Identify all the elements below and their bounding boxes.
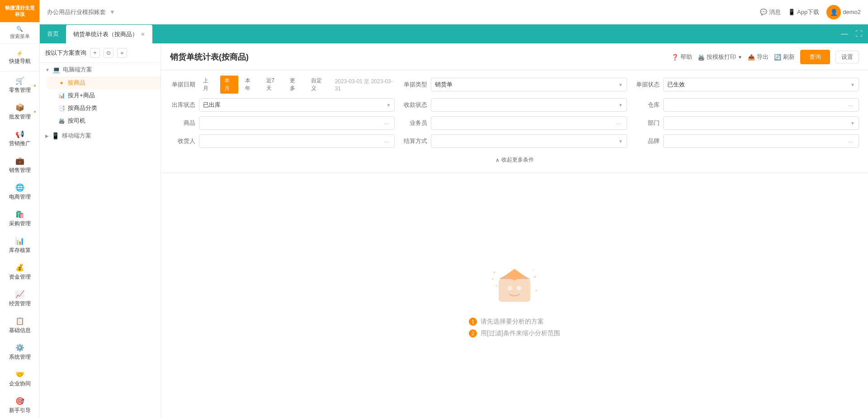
doc-type-select[interactable]: 销货单 ▼	[431, 78, 627, 91]
add-scheme-btn[interactable]: +	[90, 48, 100, 58]
tree-node-pc[interactable]: ▼ 💻 电脑端方案	[40, 63, 160, 76]
sidebar-label-ecom: 电商管理	[9, 193, 31, 201]
logo-text: 畅捷通好生意 标版	[5, 5, 35, 18]
date-btn-this-year[interactable]: 本年	[241, 76, 259, 94]
collapse-up-icon: ∧	[495, 157, 500, 163]
out-status-select[interactable]: 已出库 ▼	[199, 98, 395, 112]
svg-rect-0	[499, 279, 530, 302]
sidebar-label-purchase: 采购管理	[9, 220, 31, 228]
collapse-panel-btn[interactable]: «	[117, 48, 127, 58]
receipt-status-select[interactable]: ▼	[431, 98, 627, 112]
sidebar-item-retail[interactable]: 🛒 零售管理	[0, 72, 39, 99]
sidebar-label-marketing: 营销推广	[9, 140, 31, 147]
export-icon: 📤	[748, 54, 755, 61]
date-btn-custom[interactable]: 自定义	[307, 76, 330, 94]
tab-minimize-btn[interactable]: —	[839, 28, 850, 40]
warehouse-dots[interactable]: ···	[846, 102, 855, 109]
tab-close-icon[interactable]: ✕	[141, 31, 145, 38]
user-profile[interactable]: 👤 demo2	[826, 5, 861, 19]
quick-nav[interactable]: ⚡ 快捷导航	[0, 44, 39, 72]
sidebar-label-retail: 零售管理	[9, 86, 31, 94]
export-label: 导出	[757, 53, 769, 61]
tab-maximize-btn[interactable]: ⛶	[854, 28, 864, 40]
sidebar-item-sales[interactable]: 💼 销售管理	[0, 152, 39, 179]
collapse-filter-btn[interactable]: ∧ 收起更多条件	[170, 152, 859, 167]
salesperson-select[interactable]: ···	[431, 116, 627, 130]
app-logo: 畅捷通好生意 标版	[0, 0, 39, 22]
brand-dots[interactable]: ···	[846, 138, 855, 145]
company-name: 办公用品行业模拟账套	[47, 8, 106, 16]
sidebar-label-newbie: 新手引导	[9, 407, 31, 414]
filter-product: 商品 ···	[170, 116, 395, 130]
sidebar-item-purchase[interactable]: 🛍️ 采购管理	[0, 205, 39, 232]
nav-icon: ⚡	[16, 50, 23, 57]
quick-nav-item[interactable]: ⚡ 快捷导航	[0, 47, 39, 69]
date-btn-more[interactable]: 更多	[286, 76, 304, 94]
filter-doc-status: 单据状态 已生效 ▼	[634, 78, 859, 91]
tab-sales-stats[interactable]: 销货单统计表（按商品） ✕	[66, 25, 152, 44]
copy-scheme-btn[interactable]: ⊙	[104, 48, 113, 58]
filter-department: 部门 ▼	[634, 116, 859, 130]
tree-child-by-category[interactable]: 📑 按商品分类	[47, 102, 160, 114]
doc-status-select[interactable]: 已生效 ▼	[663, 78, 859, 91]
tree-child-by-printer[interactable]: 🖨️ 按司机	[47, 114, 160, 127]
sidebar-item-newbie[interactable]: 🎯 新手引导	[0, 392, 39, 418]
filter-row-4: 收货人 ··· 结算方式 ▼ 品牌	[170, 134, 859, 148]
sidebar-item-basic[interactable]: 📋 基础信息	[0, 312, 39, 339]
recipient-label: 收货人	[170, 137, 195, 145]
date-range-text: 2023-03-01 至 2023-03-31	[335, 78, 395, 92]
date-btn-7days[interactable]: 近7天	[262, 76, 283, 94]
sidebar-item-ecom[interactable]: 🌐 电商管理	[0, 179, 39, 205]
sidebar-item-inventory[interactable]: 📊 库存核算	[0, 232, 39, 259]
tree-child-by-product[interactable]: ● 按商品	[47, 76, 160, 89]
search-menu[interactable]: 🔍 搜索菜单	[0, 22, 39, 44]
export-btn[interactable]: 📤 导出	[748, 53, 769, 61]
tab-home-label: 首页	[47, 30, 59, 38]
tabs-bar: 首页 销货单统计表（按商品） ✕ — ⛶	[40, 24, 868, 43]
sidebar-item-system[interactable]: ⚙️ 系统管理	[0, 339, 39, 366]
product-dots[interactable]: ···	[382, 120, 391, 127]
filter-recipient: 收货人 ···	[170, 134, 395, 148]
settlement-select[interactable]: ▼	[431, 134, 627, 148]
app-download-btn[interactable]: 📱 App下载	[788, 8, 819, 16]
date-btn-this-month[interactable]: 本月	[220, 76, 239, 94]
query-button[interactable]: 查询	[800, 50, 830, 64]
tab-sales-stats-label: 销货单统计表（按商品）	[73, 30, 138, 38]
product-select[interactable]: ···	[199, 116, 395, 130]
filter-warehouse: 仓库 ···	[634, 98, 859, 112]
filter-row-1: 单据日期 上月 本月 本年 近7天 更多 自定义 2023-03-01 至 20…	[170, 76, 859, 94]
svg-point-5	[493, 271, 495, 273]
date-btn-last-month[interactable]: 上月	[199, 76, 217, 94]
main-area: 办公用品行业模拟账套 ▼ 💬 消息 📱 App下载 👤 demo2 首页	[40, 0, 868, 418]
receipt-status-arrow: ▼	[618, 103, 623, 108]
filter-doc-type: 单据类型 销货单 ▼	[402, 78, 627, 91]
salesperson-dots[interactable]: ···	[614, 120, 623, 127]
template-print-btn[interactable]: 🖨️ 按模板打印 ▼	[698, 53, 742, 61]
doc-type-arrow: ▼	[618, 82, 623, 87]
tree-node-mobile[interactable]: ▶ 📱 移动端方案	[40, 129, 160, 142]
department-select[interactable]: ▼	[663, 116, 859, 130]
recipient-dots[interactable]: ···	[382, 138, 391, 145]
filter-salesperson: 业务员 ···	[402, 116, 627, 130]
brand-select[interactable]: ···	[663, 134, 859, 148]
svg-point-8	[535, 290, 537, 291]
department-label: 部门	[634, 119, 660, 127]
recipient-select[interactable]: ···	[199, 134, 395, 148]
tree-child-by-month-product[interactable]: 📊 按月+商品	[47, 89, 160, 102]
settings-button[interactable]: 设置	[835, 51, 859, 63]
topbar-dropdown-icon[interactable]: ▼	[109, 9, 115, 15]
sidebar-label-basic: 基础信息	[9, 327, 31, 334]
sidebar: 畅捷通好生意 标版 🔍 搜索菜单 ⚡ 快捷导航 🛒 零售管理 📦 批发管理 📢 …	[0, 0, 40, 418]
sidebar-item-wholesale[interactable]: 📦 批发管理	[0, 99, 39, 125]
sidebar-item-ops[interactable]: 📈 经营管理	[0, 285, 39, 312]
message-btn[interactable]: 💬 消息	[760, 8, 781, 16]
sidebar-item-finance[interactable]: 💰 资金管理	[0, 259, 39, 285]
app-download-label: App下载	[797, 8, 819, 16]
sidebar-item-corp[interactable]: 🤝 企业协同	[0, 366, 39, 392]
help-btn[interactable]: ❓ 帮助	[671, 53, 692, 61]
warehouse-select[interactable]: ···	[663, 98, 859, 112]
tab-home[interactable]: 首页	[40, 24, 66, 43]
refresh-btn[interactable]: 🔄 刷新	[774, 53, 795, 61]
sidebar-item-marketing[interactable]: 📢 营销推广	[0, 125, 39, 152]
child-icon-by-product: ●	[58, 79, 65, 86]
